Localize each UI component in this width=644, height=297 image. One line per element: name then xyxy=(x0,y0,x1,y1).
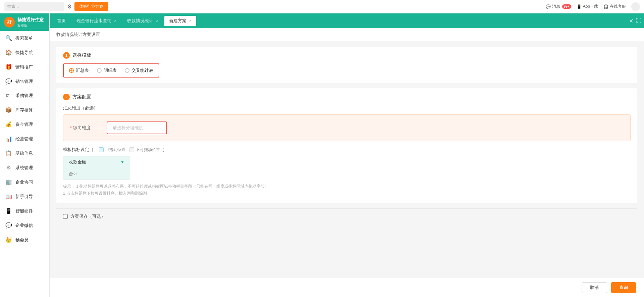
metrics-header-text: 收款金额 xyxy=(69,159,86,165)
sidebar-item-label: 采购管理 xyxy=(15,93,33,99)
metrics-table-row: 合计 xyxy=(63,168,130,180)
page-content: 收款情况统计方案设置 1 选择模板 汇总表 xyxy=(50,28,644,297)
cancel-button[interactable]: 取消 xyxy=(582,282,607,293)
radio-dot-detail xyxy=(97,68,102,73)
sidebar-item-label: 系统管理 xyxy=(15,165,33,171)
section-template: 1 选择模板 汇总表 明细表 xyxy=(56,47,637,83)
box-icon: 📦 xyxy=(5,107,12,113)
tab-bank-flow-close[interactable]: × xyxy=(114,18,116,23)
bag-icon: 🛍 xyxy=(5,93,12,99)
gift-icon: 🎁 xyxy=(5,64,12,70)
tab-receipt-stat[interactable]: 收款情况统计 × xyxy=(122,16,163,26)
required-star: * xyxy=(70,125,72,130)
query-button[interactable]: 查询 xyxy=(611,282,636,293)
sidebar-item-label: 经营管理 xyxy=(15,136,33,142)
section2-title: 方案配置 xyxy=(72,94,91,100)
online-service-item[interactable]: 🎧 在线客服 xyxy=(603,4,626,9)
online-service-label: 在线客服 xyxy=(610,4,626,9)
close-window-icon[interactable]: ✕ xyxy=(629,18,633,24)
sidebar-item-member[interactable]: 👑 畅会员 xyxy=(0,233,49,247)
radio-cross[interactable]: 交叉统计表 xyxy=(125,67,153,73)
sidebar-item-wechat[interactable]: 💬 企业微信 xyxy=(0,218,49,233)
tab-new-plan-close[interactable]: × xyxy=(189,18,192,23)
sidebar-item-label: 营销推广 xyxy=(15,64,33,70)
message-icon: 💬 xyxy=(546,4,551,9)
trial-button[interactable]: 体验行业方案 xyxy=(74,2,108,11)
top-bar: 搜索... ⚙ 体验行业方案 💬 消息 99+ 📱 App下载 🎧 在线客服 xyxy=(0,0,644,13)
radio-summary-label: 汇总表 xyxy=(76,67,89,73)
tab-new-plan[interactable]: 新建方案 × xyxy=(164,16,196,26)
radio-detail[interactable]: 明细表 xyxy=(97,67,117,73)
content-area: 首页 现金银行流水查询 × 收款情况统计 × 新建方案 × ✕ ⛶ 收款情况统计… xyxy=(50,13,644,297)
sidebar-item-marketing[interactable]: 🎁 营销推广 xyxy=(0,60,49,74)
radio-summary[interactable]: 汇总表 xyxy=(69,67,89,73)
tab-bank-flow-label: 现金银行流水查询 xyxy=(76,18,111,24)
fixed-label: 不可拖动位置 xyxy=(136,147,160,153)
sidebar-item-label: 新手引导 xyxy=(15,194,33,200)
sidebar-item-base-info[interactable]: 📋 基础信息 xyxy=(0,146,49,160)
sidebar-item-quick-nav[interactable]: 🏠 快捷导航 xyxy=(0,45,49,60)
app-download-icon: 📱 xyxy=(577,4,582,9)
sidebar-item-enterprise[interactable]: 🏢 企业协同 xyxy=(0,175,49,189)
sidebar-item-inventory[interactable]: 📦 库存核算 xyxy=(0,103,49,117)
clipboard-icon: 📋 xyxy=(5,150,12,156)
logo-text: 畅捷通好生意 xyxy=(17,17,44,23)
save-checkbox[interactable] xyxy=(63,214,68,219)
metrics-legend: 可拖动位置 不可拖动位置 xyxy=(99,147,160,153)
sidebar-item-operations[interactable]: 📊 经营管理 xyxy=(0,132,49,146)
sidebar-item-search-menu[interactable]: 🔍 搜索菜单 xyxy=(0,31,49,45)
tab-bar: 首页 现金银行流水查询 × 收款情况统计 × 新建方案 × ✕ ⛶ xyxy=(50,13,644,28)
movable-dot xyxy=(99,147,104,152)
app-download-item[interactable]: 📱 App下载 xyxy=(577,4,598,9)
metrics-table-header[interactable]: 收款金额 ▼ xyxy=(63,156,130,168)
sidebar-item-sales[interactable]: 💬 销售管理 xyxy=(0,74,49,89)
phone-icon: 📱 xyxy=(5,208,12,214)
section1-number: 1 xyxy=(63,52,70,59)
message-badge: 99+ xyxy=(562,4,571,9)
page-footer: 方案保存（可选） xyxy=(56,208,637,224)
tab-receipt-stat-close[interactable]: × xyxy=(156,18,158,23)
message-item[interactable]: 💬 消息 99+ xyxy=(546,4,571,9)
radio-dot-cross xyxy=(125,68,129,73)
tab-home[interactable]: 首页 xyxy=(52,16,70,26)
sidebar-item-system[interactable]: ⚙ 系统管理 xyxy=(0,160,49,175)
page-header: 收款情况统计方案设置 xyxy=(50,28,644,41)
main-layout: 好 畅捷通好生意 标准版 🔍 搜索菜单 🏠 快捷导航 🎁 营销推广 💬 销售管理… xyxy=(0,13,644,297)
tab-bank-flow[interactable]: 现金银行流水查询 × xyxy=(72,16,121,26)
search-box[interactable]: 搜索... xyxy=(4,2,64,11)
dimension-select[interactable]: 请选择分组维度 xyxy=(107,121,167,134)
sidebar-item-label: 基础信息 xyxy=(15,150,33,156)
vertical-dim-label: * 纵向维度 xyxy=(70,125,91,131)
legend-movable: 可拖动位置 xyxy=(99,147,125,153)
logo-text-area: 畅捷通好生意 标准版 xyxy=(17,17,44,28)
sidebar-item-purchase[interactable]: 🛍 采购管理 xyxy=(0,89,49,103)
sidebar-item-label: 快捷导航 xyxy=(15,50,33,56)
section1-header: 1 选择模板 xyxy=(63,52,631,59)
sales-icon: 💬 xyxy=(5,78,12,85)
message-label: 消息 xyxy=(552,4,560,9)
sidebar-item-label: 库存核算 xyxy=(15,107,33,113)
legend-fixed: 不可拖动位置 xyxy=(129,147,160,153)
hint-2: 2.点击标题栏下拉可设置排序、插入列和删除列 xyxy=(63,191,631,196)
sidebar-item-label: 畅会员 xyxy=(15,237,29,243)
guide-icon: 📖 xyxy=(5,193,12,200)
tab-home-label: 首页 xyxy=(57,18,66,24)
metrics-table: 收款金额 ▼ 合计 xyxy=(63,156,130,180)
enterprise-icon: 🏢 xyxy=(5,179,12,185)
dimension-area: * 纵向维度 —— 请选择分组维度 xyxy=(63,114,631,141)
sidebar-item-smart-hw[interactable]: 📱 智能硬件 xyxy=(0,204,49,218)
dimension-row: * 纵向维度 —— 请选择分组维度 xyxy=(70,121,624,134)
radio-detail-label: 明细表 xyxy=(104,67,117,73)
section1-title: 选择模板 xyxy=(72,52,91,58)
sidebar-item-guide[interactable]: 📖 新手引导 xyxy=(0,189,49,204)
hints-area: 提示： 1.拖动标题栏可以调整布局，不可跨维度或指标区域拖动栏目字段（只能在同一… xyxy=(63,184,631,196)
dropdown-icon: ▼ xyxy=(120,160,124,164)
gear-icon[interactable]: ⚙ xyxy=(67,3,72,10)
system-icon: ⚙ xyxy=(5,164,12,171)
user-avatar[interactable] xyxy=(631,2,640,11)
sidebar-item-finance[interactable]: 💰 资金管理 xyxy=(0,117,49,132)
sidebar-item-label: 资金管理 xyxy=(15,121,33,128)
sidebar-item-label: 企业微信 xyxy=(15,222,33,229)
radio-cross-label: 交叉统计表 xyxy=(131,67,153,73)
expand-window-icon[interactable]: ⛶ xyxy=(636,18,641,24)
